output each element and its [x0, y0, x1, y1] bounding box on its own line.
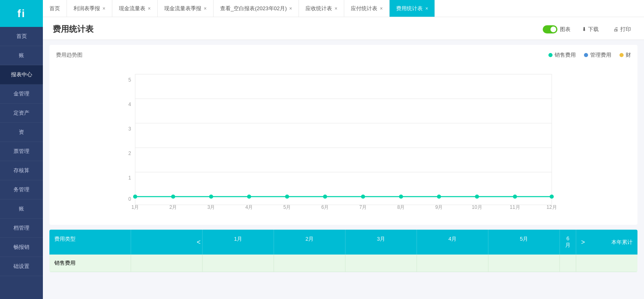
tab-cash-flow[interactable]: 现金流量表 ×: [112, 0, 158, 17]
sidebar-item-ledger[interactable]: 账: [0, 199, 43, 219]
svg-text:7月: 7月: [359, 204, 367, 210]
th-month-4: 4月: [417, 230, 488, 255]
chart-svg: 5 4 3 2 1 0: [56, 62, 631, 217]
legend-dot-admin: [584, 53, 588, 57]
th-nav-prev[interactable]: <: [131, 230, 203, 255]
chart-toggle[interactable]: [543, 25, 557, 33]
chart-point-10: [475, 195, 479, 199]
td-m3: [345, 255, 417, 272]
th-type: 费用类型: [49, 230, 131, 255]
sidebar: fi 首页 账 报表中心 金管理 定资产 资 票管理 存核算 务管理 账 档管理…: [0, 0, 43, 299]
page-title: 费用统计表: [53, 24, 94, 35]
chart-point-11: [513, 195, 517, 199]
legend-label-finance: 财: [626, 51, 631, 59]
main-content: 首页 利润表季报 × 现金流量表 × 现金流量表季报 × 查看_空白报表(202…: [43, 0, 644, 299]
tab-payable[interactable]: 应付统计表 ×: [344, 0, 390, 17]
legend-label-admin: 管理费用: [590, 51, 611, 59]
print-icon: 🖨: [613, 26, 619, 32]
sidebar-item-ticket-management[interactable]: 票管理: [0, 142, 43, 161]
prev-icon[interactable]: <: [197, 239, 201, 246]
chart-point-1: [133, 195, 137, 199]
svg-rect-6: [135, 74, 552, 205]
svg-text:8月: 8月: [397, 204, 405, 210]
page-header: 费用统计表 图表 ⬇ 下载 🖨 打印: [43, 17, 644, 40]
header-actions: 图表 ⬇ 下载 🖨 打印: [543, 24, 634, 35]
svg-text:4: 4: [128, 102, 131, 107]
chart-point-6: [323, 195, 327, 199]
close-receivable[interactable]: ×: [334, 6, 337, 11]
tab-profit-report[interactable]: 利润表季报 ×: [67, 0, 112, 17]
svg-text:2月: 2月: [169, 204, 177, 210]
th-month-6: 6月: [560, 230, 576, 255]
chart-point-4: [247, 195, 251, 199]
svg-text:5: 5: [128, 77, 131, 83]
svg-text:11月: 11月: [510, 204, 520, 210]
sidebar-item-inventory[interactable]: 存核算: [0, 161, 43, 180]
table-header: 费用类型 < 1月 2月 3月 4月 5月 6月 > 本年累计: [49, 230, 637, 255]
th-month-5: 5月: [488, 230, 560, 255]
th-year-total: > 本年累计: [576, 230, 637, 255]
sidebar-item-service-management[interactable]: 务管理: [0, 180, 43, 199]
svg-text:12月: 12月: [546, 204, 557, 210]
tab-blank-report[interactable]: 查看_空白报表(2023年02月) ×: [214, 0, 299, 17]
download-button[interactable]: ⬇ 下载: [579, 24, 602, 35]
th-month-3: 3月: [345, 230, 417, 255]
td-m5: [488, 255, 560, 272]
legend-sales: 销售费用: [548, 51, 576, 59]
next-icon[interactable]: >: [581, 239, 585, 246]
svg-text:10月: 10月: [472, 204, 482, 210]
svg-text:2: 2: [128, 151, 131, 156]
table-row: 销售费用: [49, 255, 637, 272]
close-profit-report[interactable]: ×: [103, 6, 105, 11]
table-body: 销售费用: [49, 255, 637, 272]
sidebar-item-fund-management[interactable]: 金管理: [0, 84, 43, 104]
chart-point-8: [399, 195, 403, 199]
legend-finance: 财: [619, 51, 631, 59]
tab-home[interactable]: 首页: [43, 0, 67, 17]
th-month-2: 2月: [274, 230, 345, 255]
sidebar-item-home[interactable]: 首页: [0, 27, 43, 46]
page-content: 费用统计表 图表 ⬇ 下载 🖨 打印 费用趋势图: [43, 17, 644, 299]
tab-receivable[interactable]: 应收统计表 ×: [299, 0, 344, 17]
svg-text:1月: 1月: [131, 204, 139, 210]
table-section: 费用类型 < 1月 2月 3月 4月 5月 6月 > 本年累计 销售费用: [49, 230, 637, 272]
sidebar-item-write-off[interactable]: 畅报销: [0, 238, 43, 257]
svg-text:0: 0: [128, 196, 131, 202]
chart-point-5: [285, 195, 289, 199]
td-m1: [203, 255, 274, 272]
close-expense[interactable]: ×: [425, 6, 428, 11]
svg-text:5月: 5月: [283, 204, 291, 210]
chart-title: 费用趋势图: [56, 51, 631, 59]
chart-toggle-label: 图表: [560, 26, 570, 33]
chart-point-7: [361, 195, 365, 199]
sidebar-item-account[interactable]: 账: [0, 46, 43, 65]
sidebar-item-fixed-assets[interactable]: 定资产: [0, 104, 43, 123]
close-blank-report[interactable]: ×: [289, 6, 292, 11]
td-m4: [417, 255, 488, 272]
sidebar-item-archive-management[interactable]: 档管理: [0, 219, 43, 238]
sidebar-item-report-center[interactable]: 报表中心: [0, 65, 43, 84]
legend-label-sales: 销售费用: [555, 51, 576, 59]
tab-expense[interactable]: 费用统计表 ×: [390, 0, 435, 17]
chart-point-12: [550, 195, 554, 199]
td-m2: [274, 255, 345, 272]
chart-section: 费用趋势图 销售费用 管理费用 财: [49, 45, 637, 225]
td-type: 销售费用: [49, 255, 131, 272]
legend-dot-sales: [548, 53, 553, 57]
svg-text:6月: 6月: [321, 204, 329, 210]
tab-cash-flow-quarterly[interactable]: 现金流量表季报 ×: [158, 0, 214, 17]
close-payable[interactable]: ×: [380, 6, 383, 11]
sidebar-item-settings[interactable]: 础设置: [0, 257, 43, 276]
tab-bar: 首页 利润表季报 × 现金流量表 × 现金流量表季报 × 查看_空白报表(202…: [43, 0, 644, 17]
close-cash-flow[interactable]: ×: [148, 6, 151, 11]
svg-text:1: 1: [128, 175, 131, 181]
legend-dot-finance: [619, 53, 624, 57]
download-icon: ⬇: [582, 26, 586, 32]
svg-text:4月: 4月: [245, 204, 253, 210]
chart-svg-container: 5 4 3 2 1 0: [56, 62, 631, 218]
svg-text:9月: 9月: [435, 204, 443, 210]
print-button[interactable]: 🖨 打印: [610, 24, 634, 35]
close-cash-flow-quarterly[interactable]: ×: [204, 6, 207, 11]
th-month-1: 1月: [203, 230, 274, 255]
sidebar-item-capital[interactable]: 资: [0, 123, 43, 142]
